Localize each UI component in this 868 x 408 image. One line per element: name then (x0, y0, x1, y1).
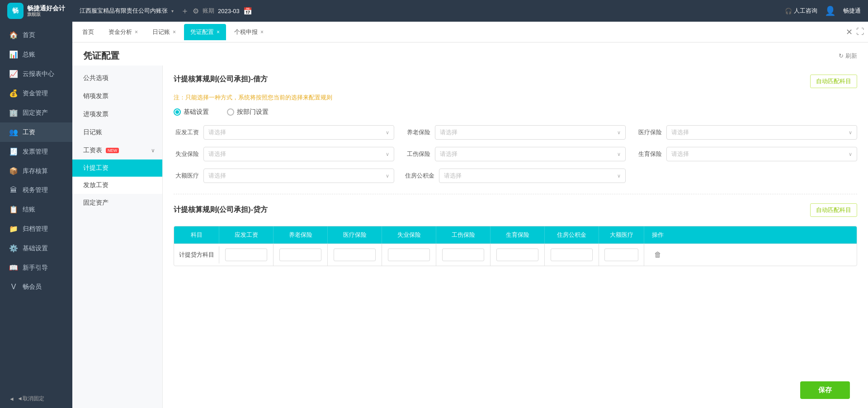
tab-tax[interactable]: 个税申报 × (228, 24, 270, 40)
left-menu-accrual-label: 计提工资 (83, 164, 108, 171)
debit-auto-match-button[interactable]: 自动匹配科目 (810, 75, 857, 88)
archive-icon: 📁 (9, 225, 18, 233)
left-menu-journal[interactable]: 日记账 (72, 123, 162, 141)
sidebar-item-tax[interactable]: 🏛 税务管理 (0, 181, 72, 200)
company-dropdown-icon[interactable]: ▾ (171, 9, 174, 14)
select-shengyu[interactable]: 请选择 ∨ (666, 147, 857, 161)
td-val-yingfa[interactable] (219, 244, 274, 266)
input-val-shengyu[interactable] (496, 249, 538, 261)
left-menu-sales-invoice[interactable]: 销项发票 (72, 87, 162, 105)
th-shiye: 失业保险 (382, 226, 436, 244)
th-action: 操作 (644, 226, 671, 244)
tab-journal[interactable]: 日记账 × (146, 24, 182, 40)
input-val-daeyiliao[interactable] (604, 249, 638, 261)
td-val-yiliao[interactable] (328, 244, 382, 266)
page-title-bar: 凭证配置 ↻ 刷新 (72, 42, 868, 66)
tab-journal-close[interactable]: × (173, 29, 176, 35)
save-button[interactable]: 保存 (800, 381, 850, 399)
delete-row-icon[interactable]: 🗑 (654, 251, 661, 258)
app-sub: 旗舰版 (27, 12, 65, 17)
sidebar-item-payroll[interactable]: 👥 工资 (0, 122, 72, 142)
td-val-shengyu[interactable] (491, 244, 545, 266)
sidebar-item-reports[interactable]: 📈 云报表中心 (0, 64, 72, 84)
sidebar-item-funds[interactable]: 💰 资金管理 (0, 84, 72, 103)
close-window-icon[interactable]: ✕ (846, 27, 853, 37)
left-menu-release-label: 发放工资 (83, 181, 108, 188)
select-gongshang[interactable]: 请选择 ∨ (435, 147, 626, 161)
headset-icon: 🎧 (785, 8, 792, 14)
sidebar-item-vip[interactable]: V 畅会员 (0, 277, 72, 296)
refresh-button[interactable]: ↻ 刷新 (839, 52, 857, 60)
td-val-shiye[interactable] (382, 244, 436, 266)
td-val-gongshang[interactable] (436, 244, 491, 266)
table-row: 计提贷方科目 (174, 244, 857, 266)
sidebar-label-close: 结账 (23, 206, 35, 214)
tab-funds[interactable]: 资金分析 × (102, 24, 144, 40)
left-menu-payroll-table[interactable]: 工资表 NEW ∨ (72, 141, 162, 159)
th-gongshang: 工伤保险 (436, 226, 491, 244)
service-label: 人工咨询 (794, 7, 817, 15)
left-menu-payroll-release[interactable]: 发放工资 (72, 177, 162, 194)
sidebar-item-assets[interactable]: 🏢 固定资产 (0, 103, 72, 122)
radio-department[interactable]: 按部门设置 (227, 108, 269, 116)
reports-icon: 📈 (9, 70, 18, 78)
left-menu-purchase-invoice[interactable]: 进项发票 (72, 105, 162, 123)
credit-auto-match-button[interactable]: 自动匹配科目 (810, 203, 857, 217)
select-zhufang[interactable]: 请选择 ∨ (439, 169, 626, 183)
calendar-icon[interactable]: 📅 (243, 7, 252, 15)
placeholder-gongshang: 请选择 (440, 150, 458, 158)
service-button[interactable]: 🎧 人工咨询 (785, 7, 817, 15)
maximize-icon[interactable]: ⛶ (856, 27, 864, 37)
tab-voucher[interactable]: 凭证配置 × (184, 24, 226, 40)
select-shiye[interactable]: 请选择 ∨ (203, 147, 394, 161)
td-val-yanglao[interactable] (274, 244, 328, 266)
tab-funds-close[interactable]: × (135, 29, 138, 35)
tab-voucher-close[interactable]: × (217, 29, 220, 35)
radio-basic[interactable]: 基础设置 (174, 108, 209, 116)
sidebar-item-home[interactable]: 🏠 首页 (0, 25, 72, 45)
add-account-button[interactable]: ＋ (181, 5, 189, 16)
left-menu-fixed-label: 固定资产 (83, 199, 108, 206)
tab-tax-close[interactable]: × (260, 29, 264, 35)
debit-section-title: 计提核算规则(公司承担)-借方 (174, 75, 268, 84)
td-action[interactable]: 🗑 (644, 246, 671, 263)
tab-home[interactable]: 首页 (76, 24, 100, 40)
th-yiliao: 医疗保险 (328, 226, 382, 244)
input-val-yanglao[interactable] (279, 249, 321, 261)
left-menu-public[interactable]: 公共选项 (72, 69, 162, 87)
input-val-yingfa[interactable] (225, 249, 267, 261)
field-yanglao: 养老保险 请选择 ∨ (405, 125, 626, 140)
sidebar-item-close[interactable]: 📋 结账 (0, 200, 72, 219)
td-val-zhufang[interactable] (545, 244, 599, 266)
select-yanglao[interactable]: 请选择 ∨ (435, 125, 626, 140)
radio-dept-circle (227, 108, 234, 116)
inner-wrap: 公共选项 销项发票 进项发票 日记账 工资表 NEW ∨ (72, 66, 868, 408)
tab-bar-actions: ✕ ⛶ (846, 27, 864, 37)
sidebar-label-vip: 畅会员 (23, 283, 42, 291)
sidebar-item-ledger[interactable]: 📊 总账 (0, 45, 72, 64)
sidebar-label-funds: 资金管理 (23, 89, 48, 98)
sidebar-item-guide[interactable]: 📖 新手引导 (0, 258, 72, 277)
refresh-label: 刷新 (845, 52, 857, 60)
sidebar-item-inventory[interactable]: 📦 库存核算 (0, 161, 72, 181)
select-daeyiliao[interactable]: 请选择 ∨ (203, 169, 394, 183)
td-label: 计提贷方科目 (174, 246, 219, 263)
left-menu-fixed-assets[interactable]: 固定资产 (72, 194, 162, 212)
input-val-yiliao[interactable] (334, 249, 376, 261)
input-val-gongshang[interactable] (442, 249, 484, 261)
sidebar-pin-button[interactable]: ◄ ◄取消固定 (0, 389, 72, 408)
left-menu-accrual[interactable]: 计提工资 (72, 159, 162, 177)
input-val-shiye[interactable] (388, 249, 430, 261)
settings-icon[interactable]: ⚙ (193, 7, 199, 15)
sidebar-item-invoice[interactable]: 🧾 发票管理 (0, 142, 72, 161)
sidebar-item-settings[interactable]: ⚙️ 基础设置 (0, 239, 72, 258)
select-yingfa[interactable]: 请选择 ∨ (203, 125, 394, 140)
sidebar-item-archive[interactable]: 📁 归档管理 (0, 219, 72, 239)
select-yiliao[interactable]: 请选择 ∨ (666, 125, 857, 140)
left-menu-sales-label: 销项发票 (83, 92, 108, 99)
company-section: 江西服宝精品有限责任公司内账张 ▾ ＋ ⚙ 账期 2023-03 📅 (80, 5, 785, 16)
td-val-daeyiliao[interactable] (599, 244, 644, 266)
arrow-yingfa: ∨ (386, 130, 389, 136)
arrow-zhufang: ∨ (617, 173, 621, 179)
input-val-zhufang[interactable] (551, 249, 593, 261)
